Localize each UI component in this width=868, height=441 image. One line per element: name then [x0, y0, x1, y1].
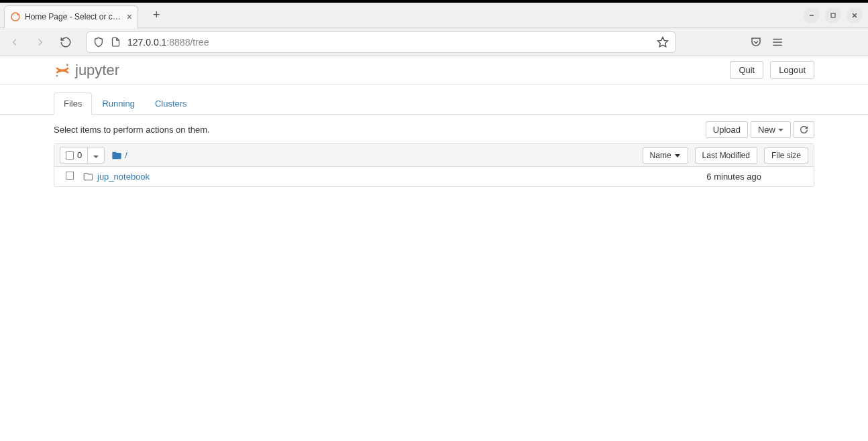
file-list: 0 / Name Last Modified File size jup_not… [54, 143, 814, 187]
jupyter-logo-icon [54, 62, 71, 79]
refresh-button[interactable] [794, 121, 814, 138]
file-name-link[interactable]: jup_notebook [97, 172, 150, 182]
select-all-group: 0 [60, 147, 105, 164]
svg-marker-6 [658, 37, 668, 46]
checkbox-icon [66, 172, 74, 180]
minimize-button[interactable] [804, 7, 820, 23]
tab-files[interactable]: Files [54, 92, 92, 115]
breadcrumb[interactable]: / [111, 150, 127, 161]
browser-nav-bar: 127.0.0.1:8888/tree [0, 28, 868, 56]
row-checkbox[interactable] [66, 172, 74, 182]
url-text: 127.0.0.1:8888/tree [127, 37, 651, 48]
upload-button[interactable]: Upload [706, 121, 748, 138]
select-dropdown[interactable] [88, 147, 104, 163]
reload-button[interactable] [56, 33, 75, 52]
new-tab-button[interactable]: + [148, 5, 166, 25]
svg-point-1 [17, 13, 19, 15]
jupyter-tabs: Files Running Clusters [0, 92, 868, 115]
jupyter-favicon [10, 11, 21, 22]
browser-tab-bar: Home Page - Select or crea × + [0, 3, 868, 28]
close-window-button[interactable] [847, 7, 863, 23]
bookmark-star-icon[interactable] [657, 36, 669, 48]
pocket-icon[interactable] [750, 36, 762, 48]
sort-name-button[interactable]: Name [643, 147, 688, 164]
new-button[interactable]: New [751, 121, 791, 138]
tab-running[interactable]: Running [92, 92, 144, 115]
list-item: jup_notebook 6 minutes ago [54, 167, 814, 186]
svg-point-11 [56, 74, 58, 76]
breadcrumb-root: / [125, 150, 127, 160]
jupyter-logo[interactable]: jupyter [54, 62, 119, 79]
action-hint: Select items to perform actions on them. [54, 125, 210, 135]
close-tab-icon[interactable]: × [127, 11, 132, 22]
page-info-icon[interactable] [111, 37, 121, 47]
jupyter-logo-text: jupyter [75, 62, 119, 79]
tab-clusters[interactable]: Clusters [145, 92, 197, 115]
file-list-header: 0 / Name Last Modified File size [54, 144, 814, 167]
folder-icon [111, 150, 122, 161]
jupyter-header: jupyter Quit Logout [0, 56, 868, 84]
chevron-down-icon [778, 129, 783, 131]
forward-button[interactable] [31, 33, 50, 52]
url-bar[interactable]: 127.0.0.1:8888/tree [86, 32, 676, 53]
back-button[interactable] [5, 33, 24, 52]
folder-outline-icon [83, 172, 93, 182]
browser-tab-title: Home Page - Select or crea [25, 12, 123, 21]
select-all-checkbox[interactable]: 0 [60, 147, 88, 163]
checkbox-icon [66, 151, 74, 160]
browser-chrome: Home Page - Select or crea × + 127.0.0.1… [0, 3, 868, 56]
maximize-button[interactable] [825, 7, 841, 23]
chevron-down-icon [93, 155, 99, 158]
svg-rect-3 [831, 13, 835, 17]
logout-button[interactable]: Logout [770, 61, 814, 79]
sort-size-button[interactable]: File size [764, 147, 808, 164]
sort-modified-button[interactable]: Last Modified [695, 147, 757, 164]
file-modified: 6 minutes ago [706, 172, 761, 182]
window-controls [804, 7, 868, 23]
toolbar-row: Select items to perform actions on them.… [0, 115, 868, 143]
svg-point-10 [66, 64, 68, 66]
menu-icon[interactable] [771, 36, 783, 48]
arrow-down-icon [674, 152, 681, 159]
shield-icon[interactable] [93, 37, 104, 48]
quit-button[interactable]: Quit [730, 61, 763, 79]
selected-count: 0 [77, 150, 82, 160]
browser-tab[interactable]: Home Page - Select or crea × [4, 5, 138, 28]
